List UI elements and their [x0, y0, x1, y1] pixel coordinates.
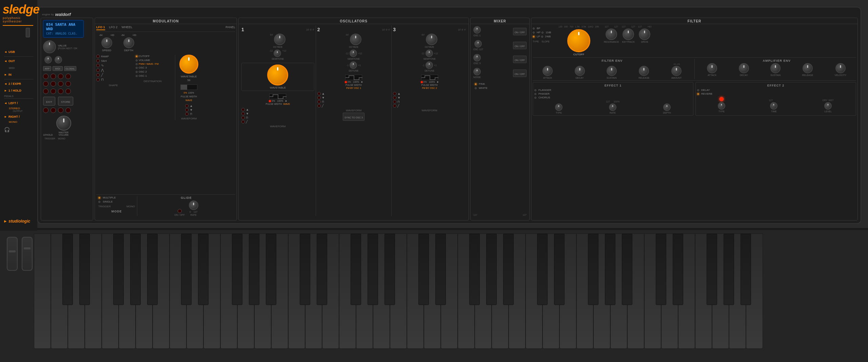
- noise-onoff-btn[interactable]: ON / OFF: [513, 70, 527, 77]
- led-4[interactable]: [65, 74, 71, 79]
- osc1-wave-sq[interactable]: ⊓: [241, 116, 314, 119]
- osc2-wave-down[interactable]: ▼: [317, 96, 390, 99]
- white-key[interactable]: [695, 233, 712, 349]
- dest-cutoff[interactable]: CUTOFF: [136, 55, 170, 58]
- black-key[interactable]: [317, 234, 327, 305]
- cutoff-knob[interactable]: [567, 29, 590, 52]
- white-noise-opt[interactable]: WHITE: [475, 87, 525, 90]
- shape-saw[interactable]: ╱: [96, 73, 130, 77]
- osc3-onoff-btn[interactable]: ON / OFF: [513, 56, 527, 63]
- white-key[interactable]: [170, 233, 186, 349]
- black-key[interactable]: [266, 234, 276, 305]
- osc3-wave-down[interactable]: ▼: [393, 96, 466, 99]
- shape-sine[interactable]: ∿: [96, 63, 130, 67]
- led-6[interactable]: [51, 81, 56, 87]
- osc1-wave-up[interactable]: ▲: [241, 108, 314, 111]
- black-key[interactable]: [181, 234, 192, 305]
- black-key[interactable]: [113, 234, 124, 305]
- sync-osc3-label[interactable]: SYNC TO OSC 3: [344, 116, 363, 119]
- fx2-type-knob[interactable]: [718, 102, 725, 110]
- fx2-level-knob[interactable]: [824, 102, 832, 110]
- store-btn[interactable]: STORE: [58, 97, 73, 106]
- midi-btn[interactable]: MIDI: [55, 68, 60, 70]
- black-key[interactable]: [249, 234, 259, 305]
- reverb-opt[interactable]: REVERB: [697, 92, 854, 95]
- black-key[interactable]: [741, 234, 751, 305]
- osc2-octave-knob[interactable]: [350, 34, 361, 45]
- osc1-wave-down[interactable]: ▼: [241, 112, 314, 115]
- led-2[interactable]: [51, 74, 56, 79]
- shape-ramp[interactable]: RAMP: [96, 55, 130, 58]
- led-13[interactable]: [43, 108, 48, 113]
- dest-pwm[interactable]: PWM / WAVE / FM: [136, 63, 170, 65]
- led-8[interactable]: [65, 81, 71, 87]
- wavetable-knob[interactable]: [179, 55, 198, 74]
- fenv-attack-knob[interactable]: [542, 66, 553, 76]
- fx1-type-knob[interactable]: [555, 103, 563, 111]
- led-16[interactable]: [65, 108, 71, 113]
- fenv-decay-knob[interactable]: [575, 66, 585, 76]
- black-key[interactable]: [62, 234, 73, 305]
- led-7[interactable]: [58, 81, 63, 87]
- black-key[interactable]: [486, 234, 497, 305]
- drive-knob[interactable]: [639, 28, 650, 40]
- filter-bp[interactable]: BP: [533, 27, 556, 30]
- osc3-wave-sq[interactable]: ⊓: [393, 100, 466, 103]
- osc3-octave-knob[interactable]: [426, 34, 437, 45]
- dest-osc3[interactable]: OSC 3: [136, 66, 170, 69]
- fx1-depth-knob[interactable]: [663, 103, 671, 111]
- aenv-release-knob[interactable]: [803, 63, 813, 73]
- osc1-wave-ramp[interactable]: ╱: [241, 120, 314, 123]
- fenv-amount-knob[interactable]: [671, 66, 682, 76]
- shape-triangle[interactable]: ⋀: [96, 68, 130, 72]
- glide-onoff-led[interactable]: [178, 209, 182, 213]
- aenv-attack-knob[interactable]: [707, 63, 717, 73]
- black-key[interactable]: [79, 234, 90, 305]
- pitch-wheel[interactable]: [7, 237, 18, 271]
- osc2-semi-knob[interactable]: [350, 50, 357, 57]
- osc2-level-knob[interactable]: [474, 40, 482, 47]
- led-12[interactable]: [65, 89, 71, 94]
- black-key[interactable]: [503, 234, 514, 305]
- noise-level-knob[interactable]: [473, 68, 481, 75]
- black-key[interactable]: [469, 234, 480, 305]
- fx2-active-led[interactable]: [719, 97, 724, 101]
- osc2-onoff-btn[interactable]: ON / OFF: [513, 42, 527, 49]
- fx1-rate-knob[interactable]: [609, 103, 616, 111]
- aenv-velocity-knob[interactable]: [835, 63, 846, 73]
- black-key[interactable]: [656, 234, 666, 305]
- delay-opt[interactable]: DELAY: [697, 89, 854, 92]
- white-key[interactable]: [220, 233, 237, 349]
- osc3-wave-up[interactable]: ▲: [393, 92, 466, 95]
- black-key[interactable]: [300, 234, 310, 305]
- white-key[interactable]: [339, 233, 356, 349]
- fx2-time-knob[interactable]: [770, 102, 777, 110]
- osc1-octave-knob[interactable]: [274, 34, 285, 45]
- white-key[interactable]: [644, 233, 661, 349]
- white-key[interactable]: [102, 233, 119, 349]
- black-key[interactable]: [418, 234, 429, 305]
- chorus-opt[interactable]: CHORUS: [534, 96, 692, 99]
- flanger-opt[interactable]: FLANGER: [534, 89, 692, 92]
- black-key[interactable]: [435, 234, 446, 305]
- arp-btn[interactable]: ARP: [45, 68, 50, 70]
- wave-sq1[interactable]: ⊓: [185, 112, 193, 116]
- fenv-sustain-knob[interactable]: [607, 66, 617, 76]
- phaser-opt[interactable]: PHASER: [534, 92, 692, 95]
- shape-sh[interactable]: S&H: [96, 59, 130, 62]
- osc2-wave-ramp[interactable]: ╱: [317, 104, 390, 108]
- white-key[interactable]: [458, 233, 475, 349]
- led-14[interactable]: [51, 108, 56, 113]
- fenv-release-knob[interactable]: [639, 66, 649, 76]
- black-key[interactable]: [351, 234, 361, 305]
- white-key[interactable]: [576, 233, 593, 349]
- osc3-detune-knob[interactable]: [426, 61, 433, 69]
- wave-down1[interactable]: ▼: [185, 108, 193, 112]
- black-key[interactable]: [232, 234, 242, 305]
- wheel-tab[interactable]: WHEEL: [122, 25, 133, 30]
- global-btn[interactable]: GLOBAL: [65, 68, 75, 70]
- value-knob[interactable]: [43, 40, 56, 53]
- keytrack-knob[interactable]: [623, 28, 634, 40]
- white-key[interactable]: [51, 233, 68, 349]
- black-key[interactable]: [130, 234, 141, 305]
